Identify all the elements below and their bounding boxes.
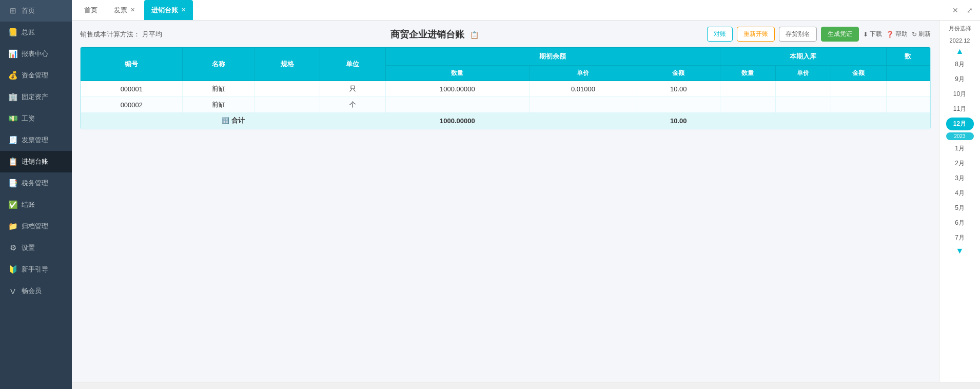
home-icon: ⊞ xyxy=(8,6,17,15)
col-in-amount: 金额 xyxy=(831,66,886,81)
salary-icon: 💵 xyxy=(8,114,17,123)
sidebar-item-home[interactable]: ⊞ 首页 xyxy=(0,0,72,22)
cell-ob-qty: 1000.00000 xyxy=(385,81,529,97)
month-item-1[interactable]: 1月 xyxy=(946,142,974,155)
title-row: 销售成本计算方法： 月平均 商贸企业进销台账 📋 对账 重新开账 存货别名 生成… xyxy=(80,27,931,42)
month-item-3[interactable]: 3月 xyxy=(946,172,974,185)
reopen-button[interactable]: 重新开账 xyxy=(737,27,775,42)
month-item-12[interactable]: 12月 xyxy=(946,118,974,130)
month-item-11[interactable]: 11月 xyxy=(946,103,974,115)
vip-icon: V xyxy=(8,287,17,296)
cell-in-qty xyxy=(720,81,775,97)
fixed-assets-icon: 🏢 xyxy=(8,92,17,102)
archive-icon: 📁 xyxy=(8,222,17,231)
cell-ob-amount xyxy=(637,97,720,113)
cell-unit: 个 xyxy=(320,97,386,113)
total-in-qty xyxy=(720,113,775,129)
col-in-price: 单价 xyxy=(775,66,831,81)
sidebar-item-archive-management[interactable]: 📁 归档管理 xyxy=(0,216,72,237)
report-icon: 📊 xyxy=(8,49,17,59)
download-button[interactable]: ⬇ 下载 xyxy=(863,30,882,38)
cell-code: 000002 xyxy=(81,97,183,113)
ledger-table: 编号 名称 规格 单位 期初余额 本期入库 数 数量 单价 金额 数 xyxy=(81,47,930,129)
cell-extra xyxy=(886,97,930,113)
sidebar-item-vip[interactable]: V 畅会员 xyxy=(0,280,72,302)
tab-invoice[interactable]: 发票 ✕ xyxy=(107,0,142,20)
main-content: 首页 发票 ✕ 进销台账 ✕ ✕ ⤢ 销售成本计算方法： 月平均 商贸企业进销台… xyxy=(72,0,980,389)
help-button[interactable]: ❓ 帮助 xyxy=(886,30,908,38)
col-unit: 单位 xyxy=(320,48,386,81)
refresh-button[interactable]: ↻ 刷新 xyxy=(912,30,931,38)
month-item-7[interactable]: 7月 xyxy=(946,231,974,244)
sidebar-item-fixed-assets[interactable]: 🏢 固定资产 xyxy=(0,86,72,108)
tab-home[interactable]: 首页 xyxy=(77,0,105,20)
table-row: 000002 前缸 个 xyxy=(81,97,930,113)
cell-name: 前缸 xyxy=(182,97,254,113)
sidebar-item-invoice-management[interactable]: 🧾 发票管理 xyxy=(0,129,72,151)
tab-invoice-close[interactable]: ✕ xyxy=(130,7,135,13)
table-wrapper: 编号 名称 规格 单位 期初余额 本期入库 数 数量 单价 金额 数 xyxy=(80,47,931,129)
sidebar-item-checkout[interactable]: ✅ 结账 xyxy=(0,194,72,216)
bottom-scrollbar[interactable] xyxy=(72,382,980,389)
month-item-5[interactable]: 5月 xyxy=(946,202,974,215)
checkout-icon: ✅ xyxy=(8,200,17,209)
month-item-8[interactable]: 8月 xyxy=(946,58,974,71)
sidebar-item-tax-management[interactable]: 📑 税务管理 xyxy=(0,172,72,194)
cell-in-amount xyxy=(831,97,886,113)
guide-icon: 🔰 xyxy=(8,265,17,274)
cell-code: 000001 xyxy=(81,81,183,97)
page-title: 商贸企业进销台账 📋 xyxy=(166,28,703,41)
col-extra-sub xyxy=(886,66,930,81)
cell-ob-amount: 10.00 xyxy=(637,81,720,97)
toolbar: 对账 重新开账 存货别名 生成凭证 ⬇ 下载 ❓ 帮助 ↻ 刷新 xyxy=(707,27,931,42)
month-up-arrow[interactable]: ▲ xyxy=(956,46,964,57)
total-ob-price xyxy=(530,113,637,129)
total-ob-amount: 10.00 xyxy=(637,113,720,129)
col-in-qty: 数量 xyxy=(720,66,775,81)
cell-spec xyxy=(254,81,320,97)
month-down-arrow[interactable]: ▼ xyxy=(956,245,964,257)
help-icon: ❓ xyxy=(886,31,894,38)
cell-in-price xyxy=(775,97,831,113)
total-label-cell: 🔢 合计 xyxy=(81,113,386,129)
tab-ledger[interactable]: 进销台账 ✕ xyxy=(144,0,193,20)
cell-ob-price: 0.01000 xyxy=(530,81,637,97)
sidebar-item-purchase-sales-ledger[interactable]: 📋 进销台账 xyxy=(0,151,72,172)
year-2022-label: 2022.12 xyxy=(950,37,970,44)
cell-name: 前缸 xyxy=(182,81,254,97)
tax-icon: 📑 xyxy=(8,179,17,188)
page-container: 销售成本计算方法： 月平均 商贸企业进销台账 📋 对账 重新开账 存货别名 生成… xyxy=(72,21,980,382)
col-ob-price: 单价 xyxy=(530,66,637,81)
cell-in-qty xyxy=(720,97,775,113)
cell-in-price xyxy=(775,81,831,97)
sidebar-item-fund-management[interactable]: 💰 资金管理 xyxy=(0,65,72,86)
ledger-icon: 📒 xyxy=(8,28,17,37)
table-row: 000001 前缸 只 1000.00000 0.01000 10.00 xyxy=(81,81,930,97)
col-opening-balance: 期初余额 xyxy=(385,48,720,66)
month-item-9[interactable]: 9月 xyxy=(946,73,974,86)
month-item-6[interactable]: 6月 xyxy=(946,217,974,229)
sidebar-item-salary[interactable]: 💵 工资 xyxy=(0,108,72,129)
cell-unit: 只 xyxy=(320,81,386,97)
col-name: 名称 xyxy=(182,48,254,81)
reconcile-button[interactable]: 对账 xyxy=(707,27,733,42)
sidebar-item-report-center[interactable]: 📊 报表中心 xyxy=(0,43,72,65)
page-content: 销售成本计算方法： 月平均 商贸企业进销台账 📋 对账 重新开账 存货别名 生成… xyxy=(72,21,939,382)
generate-voucher-button[interactable]: 生成凭证 xyxy=(821,27,859,42)
cell-spec xyxy=(254,97,320,113)
month-item-2[interactable]: 2月 xyxy=(946,157,974,170)
cell-ob-qty xyxy=(385,97,529,113)
title-icon: 📋 xyxy=(470,31,479,39)
window-close-button[interactable]: ✕ xyxy=(950,5,961,15)
sidebar-item-general-ledger[interactable]: 📒 总账 xyxy=(0,22,72,43)
tab-ledger-close[interactable]: ✕ xyxy=(181,7,186,13)
month-item-4[interactable]: 4月 xyxy=(946,187,974,200)
refresh-icon: ↻ xyxy=(912,31,917,38)
total-ob-qty: 1000.00000 xyxy=(385,113,529,129)
total-in-amount xyxy=(831,113,886,129)
sidebar-item-guide[interactable]: 🔰 新手引导 xyxy=(0,259,72,280)
window-maximize-button[interactable]: ⤢ xyxy=(965,5,975,15)
sidebar-item-settings[interactable]: ⚙ 设置 xyxy=(0,237,72,259)
save-alias-button[interactable]: 存货别名 xyxy=(779,27,817,42)
month-item-10[interactable]: 10月 xyxy=(946,88,974,101)
